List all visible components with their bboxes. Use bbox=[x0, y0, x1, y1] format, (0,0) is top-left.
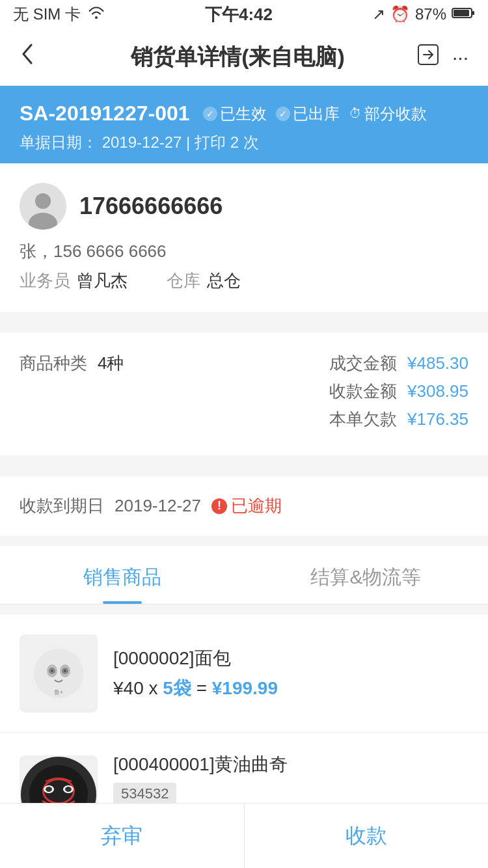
debt-amount: ¥176.35 bbox=[407, 409, 468, 429]
banner-top: SA-20191227-001 ✓ 已生效 ✓ 已出库 ⏱ 部分收款 bbox=[20, 102, 468, 126]
confirm-button[interactable]: 收款 bbox=[245, 804, 489, 868]
separator-1 bbox=[0, 322, 488, 332]
stats-left: 商品种类 4种 bbox=[20, 352, 124, 380]
status-partial-payment: ⏱ 部分收款 bbox=[349, 103, 427, 124]
svg-point-22 bbox=[65, 787, 72, 792]
status-right: ↗ ⏰ 87% bbox=[372, 5, 475, 23]
status-bar: 无 SIM 卡 下午4:42 ↗ ⏰ 87% bbox=[0, 0, 488, 29]
svg-rect-1 bbox=[454, 10, 469, 16]
svg-rect-2 bbox=[472, 11, 474, 15]
warehouse-info: 仓库 总仓 bbox=[167, 269, 241, 292]
battery-icon bbox=[452, 5, 475, 23]
product-badge-2: 534532 bbox=[113, 783, 176, 805]
clock-icon: ⏱ bbox=[349, 106, 362, 121]
transaction-amount: ¥485.30 bbox=[407, 353, 468, 373]
tabs-section: 销售商品 结算&物流等 bbox=[0, 546, 488, 604]
item-type-row: 商品种类 4种 bbox=[20, 352, 124, 375]
back-button[interactable] bbox=[20, 41, 59, 73]
product-qty-1: 5袋 bbox=[163, 678, 191, 698]
bottom-bar: 弃审 收款 bbox=[0, 803, 488, 868]
debt-row: 本单欠款 ¥176.35 bbox=[329, 408, 468, 431]
share-button[interactable] bbox=[417, 44, 439, 70]
time-display: 下午4:42 bbox=[205, 3, 273, 26]
transaction-row: 成交金额 ¥485.30 bbox=[329, 352, 468, 375]
svg-point-13 bbox=[64, 670, 66, 672]
salesperson-value: 曾凡杰 bbox=[77, 269, 128, 292]
banner-date: 单据日期： 2019-12-27 | 打印 2 次 bbox=[20, 132, 468, 153]
check-icon-1: ✓ bbox=[203, 107, 217, 121]
product-total-1: ¥199.99 bbox=[212, 678, 278, 698]
customer-section: 17666666666 张，156 6666 6666 业务员 曾凡杰 仓库 总… bbox=[0, 163, 488, 312]
customer-contact: 张，156 6666 6666 bbox=[20, 240, 468, 263]
svg-text:鲁+: 鲁+ bbox=[54, 689, 63, 696]
tab-sales-products[interactable]: 销售商品 bbox=[0, 546, 244, 604]
avatar bbox=[20, 183, 66, 230]
status-shipped: ✓ 已出库 bbox=[276, 103, 340, 124]
cancel-button[interactable]: 弃审 bbox=[0, 804, 245, 868]
payment-amount: ¥308.95 bbox=[407, 381, 468, 401]
salesperson-info: 业务员 曾凡杰 bbox=[20, 269, 128, 292]
status-tags: ✓ 已生效 ✓ 已出库 ⏱ 部分收款 bbox=[203, 103, 427, 124]
svg-point-21 bbox=[46, 787, 52, 792]
payment-row: 收款金额 ¥308.95 bbox=[329, 380, 468, 403]
customer-header: 17666666666 bbox=[20, 183, 468, 230]
due-date-label: 收款到期日 bbox=[20, 495, 104, 517]
separator-2 bbox=[0, 466, 488, 476]
svg-point-12 bbox=[51, 670, 53, 672]
product-info-1: [0000002]面包 ¥40 x 5袋 = ¥199.99 bbox=[113, 646, 468, 701]
header-banner: SA-20191227-001 ✓ 已生效 ✓ 已出库 ⏱ 部分收款 单据日期：… bbox=[0, 86, 488, 163]
overdue-badge: ! 已逾期 bbox=[211, 495, 282, 517]
warehouse-value: 总仓 bbox=[207, 269, 241, 292]
customer-id: 17666666666 bbox=[79, 193, 223, 220]
product-name-1: [0000002]面包 bbox=[113, 646, 468, 671]
stats-section: 商品种类 4种 成交金额 ¥485.30 收款金额 ¥308.95 本单欠款 ¥… bbox=[0, 332, 488, 455]
order-id: SA-20191227-001 bbox=[20, 102, 190, 126]
due-date-section: 收款到期日 2019-12-27 ! 已逾期 bbox=[0, 476, 488, 536]
product-price-1: ¥40 x 5袋 = ¥199.99 bbox=[113, 676, 468, 701]
wifi-icon bbox=[87, 5, 105, 23]
nav-actions: ··· bbox=[417, 44, 468, 70]
status-left: 无 SIM 卡 bbox=[13, 4, 105, 25]
alarm-icon: ⏰ bbox=[390, 5, 410, 23]
page-title: 销货单详情(来自电脑) bbox=[59, 42, 417, 72]
overdue-icon: ! bbox=[211, 498, 227, 514]
overdue-text: 已逾期 bbox=[231, 495, 282, 517]
stats-right: 成交金额 ¥485.30 收款金额 ¥308.95 本单欠款 ¥176.35 bbox=[329, 352, 468, 436]
product-name-2: [000400001]黄油曲奇 bbox=[113, 752, 468, 777]
more-button[interactable]: ··· bbox=[452, 46, 468, 68]
carrier-label: 无 SIM 卡 bbox=[13, 4, 81, 25]
due-date-value: 2019-12-27 bbox=[115, 496, 201, 516]
battery-label: 87% bbox=[415, 5, 446, 23]
status-effected: ✓ 已生效 bbox=[203, 103, 267, 124]
item-count: 4种 bbox=[98, 352, 124, 375]
check-icon-2: ✓ bbox=[276, 107, 290, 121]
customer-meta: 业务员 曾凡杰 仓库 总仓 bbox=[20, 269, 468, 292]
location-icon: ↗ bbox=[372, 5, 385, 23]
table-row: 鲁+ [0000002]面包 ¥40 x 5袋 = ¥199.99 bbox=[0, 615, 488, 733]
separator-3 bbox=[0, 541, 488, 546]
nav-bar: 销货单详情(来自电脑) ··· bbox=[0, 29, 488, 86]
svg-point-5 bbox=[35, 193, 51, 209]
product-thumb-1: 鲁+ bbox=[20, 634, 98, 712]
tab-settlement[interactable]: 结算&物流等 bbox=[244, 546, 488, 604]
